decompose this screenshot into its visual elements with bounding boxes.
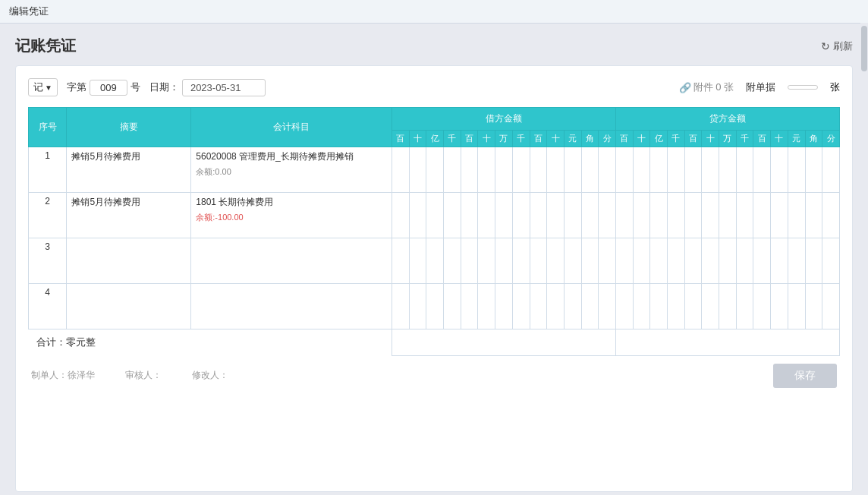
- credit-cell-r2-c10[interactable]: [788, 238, 805, 284]
- debit-cell-r1-c1[interactable]: [409, 193, 426, 238]
- debit-cell-r3-c2[interactable]: [426, 284, 444, 329]
- zi-di-num[interactable]: 009: [90, 80, 127, 96]
- ji-dropdown[interactable]: 记 ▼: [28, 78, 58, 96]
- credit-cell-r2-c12[interactable]: [822, 238, 840, 284]
- credit-cell-r0-c8[interactable]: [753, 147, 771, 193]
- credit-cell-r3-c2[interactable]: [650, 284, 668, 329]
- debit-cell-r0-c7[interactable]: [512, 147, 530, 193]
- credit-cell-r0-c3[interactable]: [668, 147, 685, 193]
- credit-cell-r3-c6[interactable]: [719, 284, 737, 329]
- credit-cell-r0-c5[interactable]: [702, 147, 719, 193]
- debit-cell-r3-c6[interactable]: [495, 284, 513, 329]
- debit-cell-r1-c4[interactable]: [461, 193, 478, 238]
- debit-cell-r1-c7[interactable]: [512, 193, 530, 238]
- debit-cell-r1-c6[interactable]: [495, 193, 513, 238]
- credit-cell-r2-c4[interactable]: [684, 238, 702, 284]
- refresh-button[interactable]: ↻ 刷新: [821, 39, 853, 53]
- debit-cell-r3-c11[interactable]: [581, 284, 599, 329]
- debit-cell-r3-c5[interactable]: [478, 284, 495, 329]
- credit-cell-r2-c11[interactable]: [805, 238, 822, 284]
- debit-cell-r0-c11[interactable]: [581, 147, 599, 193]
- credit-cell-r3-c7[interactable]: [736, 284, 753, 329]
- debit-cell-r2-c3[interactable]: [444, 238, 461, 284]
- debit-cell-r1-c12[interactable]: [599, 193, 616, 238]
- debit-cell-r1-c9[interactable]: [547, 193, 565, 238]
- credit-cell-r3-c12[interactable]: [822, 284, 840, 329]
- debit-cell-r2-c7[interactable]: [512, 238, 530, 284]
- credit-cell-r1-c9[interactable]: [771, 193, 788, 238]
- debit-cell-r2-c2[interactable]: [426, 238, 444, 284]
- debit-cell-r2-c6[interactable]: [495, 238, 513, 284]
- save-button[interactable]: 保存: [773, 364, 837, 388]
- credit-cell-r0-c11[interactable]: [805, 147, 822, 193]
- debit-cell-r3-c10[interactable]: [564, 284, 581, 329]
- credit-cell-r2-c7[interactable]: [736, 238, 753, 284]
- credit-cell-r1-c12[interactable]: [822, 193, 840, 238]
- credit-cell-r1-c4[interactable]: [684, 193, 702, 238]
- debit-cell-r0-c4[interactable]: [461, 147, 478, 193]
- credit-cell-r2-c9[interactable]: [771, 238, 788, 284]
- credit-cell-r2-c0[interactable]: [615, 238, 633, 284]
- row-subject-3[interactable]: [191, 284, 392, 329]
- debit-cell-r2-c1[interactable]: [409, 238, 426, 284]
- debit-cell-r2-c11[interactable]: [581, 238, 599, 284]
- credit-cell-r2-c3[interactable]: [668, 238, 685, 284]
- credit-cell-r0-c2[interactable]: [650, 147, 668, 193]
- credit-cell-r0-c0[interactable]: [615, 147, 633, 193]
- credit-cell-r1-c7[interactable]: [736, 193, 753, 238]
- credit-cell-r2-c5[interactable]: [702, 238, 719, 284]
- debit-cell-r3-c4[interactable]: [461, 284, 478, 329]
- debit-cell-r1-c5[interactable]: [478, 193, 495, 238]
- debit-cell-r0-c0[interactable]: [392, 147, 410, 193]
- row-subject-1[interactable]: 1801 长期待摊费用余额:-100.00: [191, 193, 392, 238]
- credit-cell-r1-c11[interactable]: [805, 193, 822, 238]
- debit-cell-r0-c9[interactable]: [547, 147, 565, 193]
- debit-cell-r2-c9[interactable]: [547, 238, 565, 284]
- credit-cell-r0-c6[interactable]: [719, 147, 737, 193]
- credit-cell-r0-c4[interactable]: [684, 147, 702, 193]
- credit-cell-r3-c5[interactable]: [702, 284, 719, 329]
- credit-cell-r3-c10[interactable]: [788, 284, 805, 329]
- credit-cell-r1-c8[interactable]: [753, 193, 771, 238]
- debit-cell-r3-c12[interactable]: [599, 284, 616, 329]
- credit-cell-r0-c10[interactable]: [788, 147, 805, 193]
- debit-cell-r3-c9[interactable]: [547, 284, 565, 329]
- debit-cell-r0-c8[interactable]: [530, 147, 547, 193]
- credit-cell-r1-c3[interactable]: [668, 193, 685, 238]
- debit-cell-r3-c3[interactable]: [444, 284, 461, 329]
- credit-cell-r2-c8[interactable]: [753, 238, 771, 284]
- debit-cell-r1-c10[interactable]: [564, 193, 581, 238]
- zhang-field[interactable]: [788, 85, 818, 90]
- credit-cell-r1-c6[interactable]: [719, 193, 737, 238]
- credit-cell-r3-c11[interactable]: [805, 284, 822, 329]
- credit-cell-r3-c4[interactable]: [684, 284, 702, 329]
- debit-cell-r3-c7[interactable]: [512, 284, 530, 329]
- row-subject-0[interactable]: 56020008 管理费用_长期待摊费用摊销余额:0.00: [191, 147, 392, 193]
- credit-cell-r1-c1[interactable]: [633, 193, 650, 238]
- debit-cell-r2-c8[interactable]: [530, 238, 547, 284]
- debit-cell-r0-c6[interactable]: [495, 147, 513, 193]
- scrollbar-thumb[interactable]: [861, 26, 867, 71]
- credit-cell-r2-c6[interactable]: [719, 238, 737, 284]
- credit-cell-r2-c2[interactable]: [650, 238, 668, 284]
- row-summary-0[interactable]: 摊销5月待摊费用: [67, 147, 191, 193]
- credit-cell-r2-c1[interactable]: [633, 238, 650, 284]
- row-subject-2[interactable]: [191, 238, 392, 284]
- debit-cell-r0-c5[interactable]: [478, 147, 495, 193]
- debit-cell-r1-c0[interactable]: [392, 193, 410, 238]
- credit-cell-r1-c5[interactable]: [702, 193, 719, 238]
- debit-cell-r1-c11[interactable]: [581, 193, 599, 238]
- credit-cell-r1-c10[interactable]: [788, 193, 805, 238]
- debit-cell-r0-c10[interactable]: [564, 147, 581, 193]
- debit-cell-r1-c3[interactable]: [444, 193, 461, 238]
- debit-cell-r1-c2[interactable]: [426, 193, 444, 238]
- debit-cell-r0-c1[interactable]: [409, 147, 426, 193]
- date-field[interactable]: 2023-05-31: [182, 79, 266, 96]
- debit-cell-r2-c4[interactable]: [461, 238, 478, 284]
- row-summary-3[interactable]: [67, 284, 191, 329]
- debit-cell-r2-c12[interactable]: [599, 238, 616, 284]
- credit-cell-r3-c9[interactable]: [771, 284, 788, 329]
- row-summary-1[interactable]: 摊销5月待摊费用: [67, 193, 191, 238]
- debit-cell-r3-c1[interactable]: [409, 284, 426, 329]
- credit-cell-r3-c1[interactable]: [633, 284, 650, 329]
